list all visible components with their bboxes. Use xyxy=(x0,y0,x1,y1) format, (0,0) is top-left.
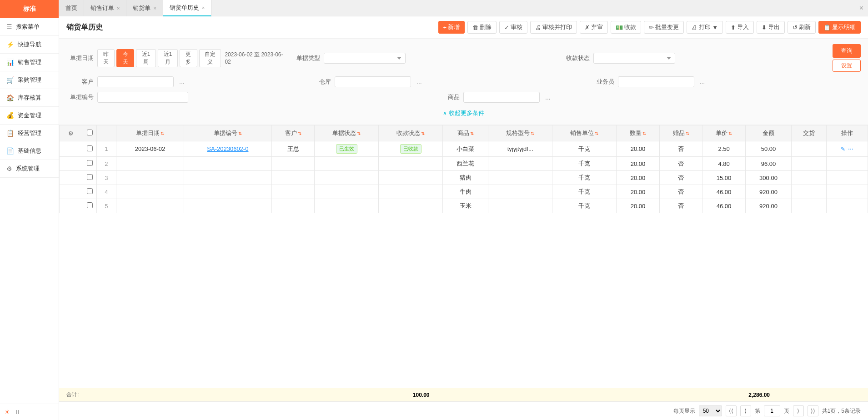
row-checkbox[interactable] xyxy=(83,199,96,213)
more-row-btn[interactable]: ⋯ xyxy=(847,146,855,152)
sidebar-logo: 标准 xyxy=(0,0,59,18)
audit-button[interactable]: ✓ 审核 xyxy=(499,21,527,34)
audit-print-button[interactable]: 🖨 审核并打印 xyxy=(530,21,577,34)
tab-sales-delivery-close[interactable]: × xyxy=(153,5,156,11)
customer-input[interactable] xyxy=(97,76,174,87)
row-checkbox[interactable] xyxy=(83,185,96,199)
row-action[interactable] xyxy=(826,199,868,213)
row-select-checkbox[interactable] xyxy=(87,160,93,166)
page-prev-btn[interactable]: ⟨ xyxy=(740,405,751,416)
tab-sales-history-close[interactable]: × xyxy=(202,5,205,10)
row-doc-status xyxy=(315,157,379,171)
row-docnum[interactable] xyxy=(184,171,271,185)
col-doc-status[interactable]: 单据状态 ⇅ xyxy=(315,125,379,141)
date-btn-custom[interactable]: 自定义 xyxy=(199,49,221,67)
tab-sales-delivery[interactable]: 销货单 × xyxy=(126,0,163,16)
export-button[interactable]: ⬇ 导出 xyxy=(757,21,785,34)
sidebar-item-operation[interactable]: 📋 经营管理 xyxy=(0,125,59,142)
date-btn-last1m[interactable]: 近1月 xyxy=(158,49,178,67)
page-next-btn[interactable]: ⟩ xyxy=(793,405,804,416)
page-input[interactable] xyxy=(764,405,780,416)
sidebar-item-finance[interactable]: 💰 资金管理 xyxy=(0,107,59,125)
row-checkbox[interactable] xyxy=(83,141,96,157)
sidebar-item-basic-info[interactable]: 📄 基础信息 xyxy=(0,142,59,160)
row-select-checkbox[interactable] xyxy=(87,145,93,151)
select-all-checkbox[interactable] xyxy=(87,130,93,135)
tab-sales-history[interactable]: 销货单历史 × xyxy=(163,0,211,16)
col-payment-status[interactable]: 收款状态 ⇅ xyxy=(379,125,443,141)
doc-type-select[interactable] xyxy=(324,53,406,64)
query-button[interactable]: 查询 xyxy=(833,44,861,58)
row-docnum[interactable] xyxy=(184,199,271,213)
col-price[interactable]: 单价 ⇅ xyxy=(702,125,746,141)
sidebar-item-search-menu[interactable]: ☰ 搜索菜单 xyxy=(0,18,59,36)
table-row: 4 牛肉 千克 20.00 否 46.00 920.00 xyxy=(60,185,868,199)
col-qty[interactable]: 数量 ⇅ xyxy=(617,125,660,141)
col-goods[interactable]: 商品 ⇅ xyxy=(443,125,488,141)
date-btn-more[interactable]: 更多 xyxy=(180,49,197,67)
row-checkbox[interactable] xyxy=(83,171,96,185)
customer-ellipsis[interactable]: ... xyxy=(177,78,186,85)
settings-button[interactable]: 设置 xyxy=(833,60,861,72)
tab-close-all[interactable]: × xyxy=(855,4,868,12)
col-spec[interactable]: 规格型号 ⇅ xyxy=(488,125,552,141)
show-detail-button[interactable]: 📋 显示明细 xyxy=(818,21,861,34)
col-checkbox[interactable] xyxy=(83,125,96,141)
doc-num-link[interactable]: SA-20230602-0 xyxy=(207,145,248,152)
new-button[interactable]: + 新增 xyxy=(438,21,465,34)
col-gift[interactable]: 赠品 ⇅ xyxy=(659,125,702,141)
row-checkbox[interactable] xyxy=(83,157,96,171)
col-customer[interactable]: 客户 ⇅ xyxy=(271,125,315,141)
tab-sales-order-close[interactable]: × xyxy=(117,5,120,11)
col-date[interactable]: 单据日期 ⇅ xyxy=(116,125,184,141)
payment-status-select[interactable] xyxy=(593,53,675,64)
date-btn-last7[interactable]: 近1周 xyxy=(136,49,156,67)
sidebar-item-inventory[interactable]: 🏠 库存核算 xyxy=(0,89,59,107)
tab-sales-order[interactable]: 销售订单 × xyxy=(84,0,126,16)
row-action[interactable]: ✎⋯ xyxy=(826,141,868,157)
col-docnum[interactable]: 单据编号 ⇅ xyxy=(184,125,271,141)
date-btn-today[interactable]: 今天 xyxy=(116,49,134,67)
print-dropdown-icon: ▼ xyxy=(712,24,718,31)
refresh-button[interactable]: ↺ 刷新 xyxy=(788,21,816,34)
tab-home[interactable]: 首页 xyxy=(59,0,84,16)
warehouse-ellipsis[interactable]: ... xyxy=(415,78,424,85)
edit-row-btn[interactable]: ✎ xyxy=(839,146,847,152)
sidebar-item-sales-mgmt[interactable]: 📊 销售管理 xyxy=(0,54,59,71)
col-unit[interactable]: 销售单位 ⇅ xyxy=(552,125,617,141)
row-action[interactable] xyxy=(826,185,868,199)
row-action[interactable] xyxy=(826,171,868,185)
staff-ellipsis[interactable]: ... xyxy=(698,78,707,85)
page-last-btn[interactable]: ⟩⟩ xyxy=(808,405,818,416)
sidebar-pause-icon[interactable]: ⏸ xyxy=(15,409,20,415)
sidebar-item-sys-mgmt[interactable]: ⚙ 系统管理 xyxy=(0,160,59,178)
page-size-select[interactable]: 50 100 xyxy=(699,405,722,416)
print-button[interactable]: 🖨 打印 ▼ xyxy=(687,21,723,34)
row-spec xyxy=(488,157,552,171)
collapse-more[interactable]: ∧ 收起更多条件 xyxy=(66,107,861,119)
staff-input[interactable] xyxy=(618,76,694,87)
date-btn-yesterday[interactable]: 昨天 xyxy=(97,49,115,67)
row-select-checkbox[interactable] xyxy=(87,174,93,180)
col-settings[interactable]: ⚙ xyxy=(60,125,83,141)
sidebar-sun-icon[interactable]: ☀ xyxy=(5,409,10,415)
row-select-checkbox[interactable] xyxy=(87,188,93,194)
batch-change-button[interactable]: ✏ 批量变更 xyxy=(644,21,684,34)
row-select-checkbox[interactable] xyxy=(87,202,93,208)
sidebar-item-purchase-mgmt[interactable]: 🛒 采购管理 xyxy=(0,71,59,89)
row-docnum[interactable]: SA-20230602-0 xyxy=(184,141,271,157)
delete-button[interactable]: 🗑 删除 xyxy=(467,21,497,34)
sidebar-item-quick-nav[interactable]: ⚡ 快捷导航 xyxy=(0,36,59,54)
row-docnum[interactable] xyxy=(184,185,271,199)
doc-num-input[interactable] xyxy=(97,92,188,103)
import-button[interactable]: ⬆ 导入 xyxy=(726,21,754,34)
warehouse-input[interactable] xyxy=(335,76,411,87)
goods-ellipsis[interactable]: ... xyxy=(543,94,552,101)
page-first-btn[interactable]: ⟨⟨ xyxy=(726,405,737,416)
collect-button[interactable]: 💵 收款 xyxy=(611,21,641,34)
row-docnum[interactable] xyxy=(184,157,271,171)
abandon-button[interactable]: ✗ 弃审 xyxy=(580,21,608,34)
row-action[interactable] xyxy=(826,157,868,171)
paymentstatus-sort-icon: ⇅ xyxy=(421,131,425,136)
goods-input[interactable] xyxy=(463,92,540,103)
